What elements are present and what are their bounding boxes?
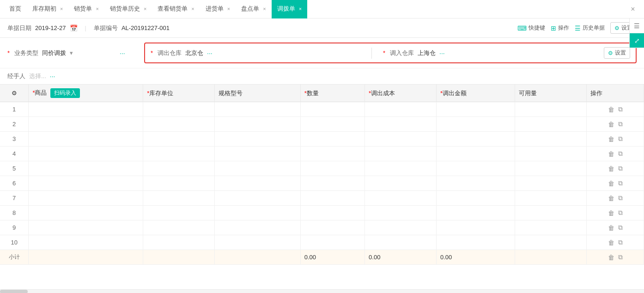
warehouse-in-more[interactable]: ··· [439,49,445,57]
row-cost[interactable] [365,146,437,161]
handler-input[interactable]: 选择... [29,72,46,80]
tab-sales-order-close[interactable]: × [96,6,98,12]
tab-inventory-check-close[interactable]: × [263,6,266,12]
row-spec[interactable] [214,102,300,117]
row-unit[interactable] [143,161,215,176]
row-qty[interactable] [300,161,365,176]
row-unit[interactable] [143,235,215,250]
copy-icon[interactable]: ⧉ [618,209,623,217]
tab-transfer-close[interactable]: × [299,6,302,12]
tab-purchase-order-close[interactable]: × [227,6,230,12]
tab-view-sales-close[interactable]: × [191,6,194,12]
row-product[interactable] [29,220,143,235]
scrollbar[interactable] [0,289,644,293]
row-amount[interactable] [436,176,515,191]
row-cost[interactable] [365,235,437,250]
row-cost[interactable] [365,176,437,191]
sidebar-list-icon[interactable]: ☰ [630,18,644,33]
row-spec[interactable] [214,220,300,235]
business-type-more[interactable]: ··· [120,49,125,57]
copy-icon[interactable]: ⧉ [618,120,623,128]
row-qty[interactable] [300,191,365,206]
tab-inventory-init[interactable]: 库存期初 × [27,0,68,18]
col-gear[interactable]: ⚙ [0,85,29,102]
row-amount[interactable] [436,191,515,206]
copy-icon[interactable]: ⧉ [618,105,623,113]
row-amount[interactable] [436,220,515,235]
row-unit[interactable] [143,220,215,235]
warehouse-out-more[interactable]: ··· [207,49,213,57]
row-spec[interactable] [214,235,300,250]
delete-icon[interactable]: 🗑 [608,150,614,158]
row-unit[interactable] [143,132,215,146]
copy-icon[interactable]: ⧉ [618,253,623,261]
delete-icon[interactable]: 🗑 [608,165,614,172]
row-qty[interactable] [300,220,365,235]
row-spec[interactable] [214,146,300,161]
row-amount[interactable] [436,206,515,220]
row-qty[interactable] [300,146,365,161]
row-product[interactable] [29,102,143,117]
row-qty[interactable] [300,235,365,250]
row-amount[interactable] [436,235,515,250]
row-cost[interactable] [365,206,437,220]
copy-icon[interactable]: ⧉ [618,165,623,172]
delete-icon[interactable]: 🗑 [608,239,614,246]
row-spec[interactable] [214,206,300,220]
row-spec[interactable] [214,191,300,206]
row-amount[interactable] [436,132,515,146]
row-unit[interactable] [143,146,215,161]
row-product[interactable] [29,191,143,206]
gear-icon[interactable]: ⚙ [12,90,17,97]
row-product[interactable] [29,117,143,132]
shortcut-btn[interactable]: ⌨ 快捷键 [517,24,545,32]
delete-icon[interactable]: 🗑 [608,254,614,261]
row-cost[interactable] [365,161,437,176]
row-unit[interactable] [143,117,215,132]
business-type-select[interactable]: 同价调拨 ▾ [42,49,116,57]
row-cost[interactable] [365,191,437,206]
tab-view-sales[interactable]: 查看销货单 × [152,0,200,18]
tab-transfer[interactable]: 调拨单 × [272,0,307,18]
tab-sales-history[interactable]: 销货单历史 × [104,0,152,18]
row-unit[interactable] [143,191,215,206]
delete-icon[interactable]: 🗑 [608,135,614,143]
row-amount[interactable] [436,117,515,132]
row-product[interactable] [29,206,143,220]
row-spec[interactable] [214,161,300,176]
copy-icon[interactable]: ⧉ [618,238,623,246]
row-unit[interactable] [143,206,215,220]
copy-icon[interactable]: ⧉ [618,194,623,202]
copy-icon[interactable]: ⧉ [618,224,623,232]
row-spec[interactable] [214,132,300,146]
row-unit[interactable] [143,102,215,117]
row-product[interactable] [29,235,143,250]
delete-icon[interactable]: 🗑 [608,224,614,232]
tab-home[interactable]: 首页 [4,0,27,18]
tab-sales-history-close[interactable]: × [144,6,146,12]
row-cost[interactable] [365,220,437,235]
tab-purchase-order[interactable]: 进货单 × [200,0,236,18]
warehouse-settings-button[interactable]: ⚙ 设置 [604,47,630,59]
row-amount[interactable] [436,102,515,117]
row-cost[interactable] [365,102,437,117]
delete-icon[interactable]: 🗑 [608,195,614,202]
delete-icon[interactable]: 🗑 [608,121,614,128]
copy-icon[interactable]: ⧉ [618,135,623,143]
row-qty[interactable] [300,176,365,191]
delete-icon[interactable]: 🗑 [608,180,614,187]
row-product[interactable] [29,146,143,161]
tab-inventory-init-close[interactable]: × [60,6,63,12]
row-qty[interactable] [300,102,365,117]
handler-more[interactable]: ··· [50,73,55,80]
row-qty[interactable] [300,132,365,146]
dropdown-arrow-icon[interactable]: ▾ [70,49,73,56]
row-amount[interactable] [436,161,515,176]
scan-btn[interactable]: 扫码录入 [50,88,80,98]
row-cost[interactable] [365,132,437,146]
copy-icon[interactable]: ⧉ [618,179,623,187]
window-close-button[interactable]: × [626,2,640,17]
row-amount[interactable] [436,146,515,161]
history-btn[interactable]: ☰ 历史单据 [575,24,605,32]
row-cost[interactable] [365,117,437,132]
